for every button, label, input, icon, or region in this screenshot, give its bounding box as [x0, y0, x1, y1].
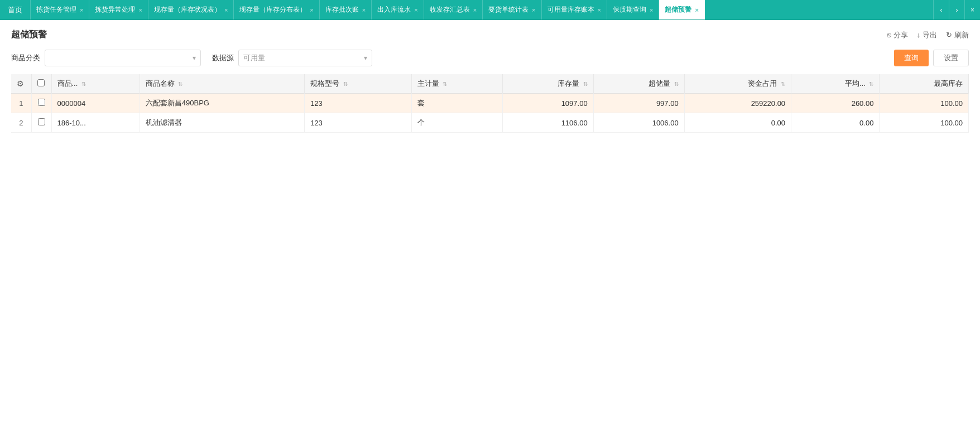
col-header-product-code[interactable]: 商品... ⇅ [51, 74, 140, 94]
row-2-spec: 123 [305, 113, 411, 133]
nav-tab-close-3[interactable]: × [310, 7, 313, 13]
chevron-down-icon-2: ▾ [364, 54, 367, 62]
category-filter-group: 商品分类 ▾ [11, 50, 201, 66]
sort-icon-product-code[interactable]: ⇅ [81, 81, 86, 87]
sort-icon-over[interactable]: ⇅ [674, 81, 679, 87]
col-header-max-stock[interactable]: 最高库存 [880, 74, 969, 94]
nav-tab-close-2[interactable]: × [224, 7, 228, 13]
nav-tab-close-8[interactable]: × [598, 7, 601, 13]
sort-icon-stock[interactable]: ⇅ [583, 81, 588, 87]
col-header-unit[interactable]: 主计量 ⇅ [411, 74, 502, 94]
nav-tab-2[interactable]: 现存量（库存状况表） × [148, 0, 234, 20]
datasource-filter-label: 数据源 [212, 53, 234, 63]
nav-tab-3[interactable]: 现存量（库存分布表） × [234, 0, 319, 20]
col-header-over[interactable]: 超储量 ⇅ [593, 74, 684, 94]
page-container: 超储预警 ⎋ 分享 ↓ 导出 ↻ 刷新 商品分类 ▾ 数据源 [0, 20, 980, 142]
nav-tab-label-10: 超储预警 [665, 5, 691, 14]
top-navigation: 首页 拣货任务管理 × 拣货异常处理 × 现存量（库存状况表） × 现存量（库存… [0, 0, 980, 20]
row-checkbox-1[interactable] [31, 94, 51, 113]
nav-tab-1[interactable]: 拣货异常处理 × [89, 0, 148, 20]
nav-tab-close-0[interactable]: × [80, 7, 83, 13]
col-label-product-name: 商品名称 [146, 79, 175, 88]
nav-tab-label-6: 收发存汇总表 [430, 5, 470, 14]
export-button[interactable]: ↓ 导出 [917, 30, 938, 40]
sort-icon-spec[interactable]: ⇅ [343, 81, 348, 87]
row-number-2: 2 [11, 113, 31, 133]
nav-tab-6[interactable]: 收发存汇总表 × [424, 0, 483, 20]
nav-tab-8[interactable]: 可用量库存账本 × [542, 0, 607, 20]
row-2-stock: 1106.00 [502, 113, 593, 133]
col-label-avg: 平均... [845, 79, 866, 88]
table-header-row: ⚙ 商品... ⇅ 商品名称 ⇅ 规格型号 ⇅ 主计量 [11, 74, 969, 94]
sort-icon-unit[interactable]: ⇅ [443, 81, 447, 87]
nav-tab-close-10[interactable]: × [695, 7, 698, 13]
nav-next-arrow[interactable]: › [949, 0, 964, 20]
table-row: 1 0000004 六配套新昌490BPG 123 套 1097.00 997.… [11, 94, 969, 113]
col-header-capital[interactable]: 资金占用 ⇅ [684, 74, 791, 94]
nav-tab-label-5: 出入库流水 [377, 5, 411, 14]
sort-icon-product-name[interactable]: ⇅ [178, 81, 182, 87]
refresh-label: 刷新 [954, 30, 969, 40]
category-filter-label: 商品分类 [11, 53, 40, 63]
select-all-checkbox[interactable] [37, 79, 45, 86]
share-button[interactable]: ⎋ 分享 [887, 30, 908, 40]
nav-tab-label-7: 要货单统计表 [488, 5, 529, 14]
row-checkbox-2[interactable] [31, 113, 51, 133]
nav-tab-label-2: 现存量（库存状况表） [154, 5, 221, 14]
col-header-stock[interactable]: 库存量 ⇅ [502, 74, 593, 94]
col-label-over: 超储量 [648, 79, 670, 88]
gear-icon[interactable]: ⚙ [17, 79, 24, 88]
header-actions: ⎋ 分享 ↓ 导出 ↻ 刷新 [887, 30, 969, 40]
category-select[interactable]: ▾ [45, 50, 201, 66]
datasource-select-value: 可用量 [243, 53, 265, 63]
table-row: 2 186-10... 机油滤清器 123 个 1106.00 1006.00 … [11, 113, 969, 133]
page-header: 超储预警 ⎋ 分享 ↓ 导出 ↻ 刷新 [11, 29, 969, 41]
nav-tab-0[interactable]: 拣货任务管理 × [31, 0, 89, 20]
data-table: ⚙ 商品... ⇅ 商品名称 ⇅ 规格型号 ⇅ 主计量 [11, 74, 969, 133]
filter-row: 商品分类 ▾ 数据源 可用量 ▾ 查询 设置 [11, 50, 969, 66]
nav-tab-9[interactable]: 保质期查询 × [607, 0, 659, 20]
nav-tab-close-4[interactable]: × [362, 7, 366, 13]
col-header-checkbox[interactable] [31, 74, 51, 94]
nav-tab-4[interactable]: 库存批次账 × [320, 0, 372, 20]
nav-tab-close-9[interactable]: × [650, 7, 653, 13]
nav-tab-label-0: 拣货任务管理 [36, 5, 76, 14]
nav-tab-close-5[interactable]: × [414, 7, 417, 13]
nav-tab-label-3: 现存量（库存分布表） [239, 5, 306, 14]
nav-close-arrow[interactable]: × [964, 0, 980, 20]
settings-button[interactable]: 设置 [933, 50, 969, 66]
nav-tab-7[interactable]: 要货单统计表 × [483, 0, 541, 20]
nav-tab-close-7[interactable]: × [532, 7, 535, 13]
col-header-settings[interactable]: ⚙ [11, 74, 31, 94]
row-1-avg: 260.00 [791, 94, 880, 113]
query-button[interactable]: 查询 [894, 50, 929, 66]
datasource-select[interactable]: 可用量 ▾ [238, 50, 372, 66]
sort-icon-capital[interactable]: ⇅ [781, 81, 785, 87]
nav-tab-close-6[interactable]: × [473, 7, 477, 13]
row-2-checkbox[interactable] [38, 118, 45, 125]
row-1-checkbox[interactable] [38, 99, 45, 106]
nav-tab-5[interactable]: 出入库流水 × [372, 0, 424, 20]
nav-tab-10[interactable]: 超储预警 × [659, 0, 704, 20]
col-label-spec: 规格型号 [310, 79, 339, 88]
share-label: 分享 [893, 30, 908, 40]
sort-icon-avg[interactable]: ⇅ [869, 81, 873, 87]
page-title: 超储预警 [11, 29, 47, 41]
export-icon: ↓ [917, 31, 921, 39]
chevron-down-icon: ▾ [193, 54, 196, 62]
refresh-button[interactable]: ↻ 刷新 [946, 30, 969, 40]
col-header-product-name[interactable]: 商品名称 ⇅ [140, 74, 304, 94]
col-header-avg[interactable]: 平均... ⇅ [791, 74, 880, 94]
row-2-product-code: 186-10... [51, 113, 140, 133]
query-buttons: 查询 设置 [894, 50, 969, 66]
row-2-avg: 0.00 [791, 113, 880, 133]
row-2-max-stock: 100.00 [880, 113, 969, 133]
nav-tab-label-4: 库存批次账 [325, 5, 359, 14]
row-1-capital: 259220.00 [684, 94, 791, 113]
nav-home[interactable]: 首页 [0, 0, 31, 20]
nav-tab-close-1[interactable]: × [138, 7, 142, 13]
row-1-max-stock: 100.00 [880, 94, 969, 113]
nav-prev-arrow[interactable]: ‹ [933, 0, 949, 20]
col-label-product-code: 商品... [57, 79, 78, 88]
col-header-spec[interactable]: 规格型号 ⇅ [305, 74, 411, 94]
